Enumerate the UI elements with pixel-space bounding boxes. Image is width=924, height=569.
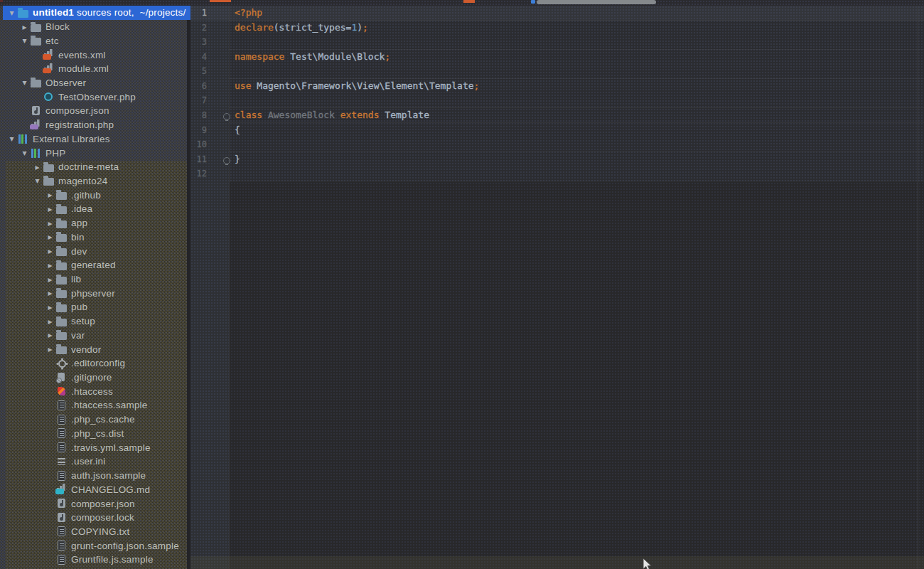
tree-item-auth-json-sample[interactable]: auth.json.sample: [0, 469, 187, 483]
tree-item-generated[interactable]: ▸generated: [0, 258, 187, 272]
code-line-2[interactable]: 2declare(strict_types=1);: [190, 21, 924, 36]
tree-item-doctrine-meta[interactable]: ▸doctrine-meta: [0, 160, 187, 174]
tree-item-observer[interactable]: ▾Observer: [0, 76, 187, 90]
line-number[interactable]: 12: [190, 166, 229, 181]
code-line-text[interactable]: [229, 93, 924, 108]
code-line-7[interactable]: 7: [190, 93, 924, 108]
code-line-text[interactable]: }: [229, 152, 924, 167]
code-line-4[interactable]: 4namespace Test\Module\Block;: [190, 50, 924, 65]
tree-item-module-xml[interactable]: module.xml: [0, 62, 187, 76]
tree-item-app[interactable]: ▸app: [0, 216, 187, 230]
tree-item-etc[interactable]: ▾etc: [0, 33, 187, 48]
tree-item-registration-php[interactable]: registration.php: [0, 118, 187, 132]
tree-item-copying-txt[interactable]: COPYING.txt: [0, 525, 187, 539]
chevron-collapsed-icon[interactable]: ▸: [44, 204, 56, 214]
chevron-collapsed-icon[interactable]: ▸: [44, 260, 56, 270]
line-number[interactable]: 2: [190, 21, 229, 36]
tree-item-pub[interactable]: ▸pub: [0, 300, 187, 314]
tree-item-grunt-config-json-sample[interactable]: grunt-config.json.sample: [0, 538, 187, 553]
brace-gutter-marker-icon[interactable]: [223, 157, 230, 164]
line-number[interactable]: 3: [190, 35, 229, 50]
tree-item-idea[interactable]: ▸.idea: [0, 202, 187, 216]
code-area[interactable]: 1<?php2declare(strict_types=1);34namespa…: [190, 6, 924, 181]
tree-item-php-cs-dist[interactable]: .php_cs.dist: [0, 427, 187, 441]
code-line-text[interactable]: {: [229, 123, 924, 138]
tree-item-composer-json[interactable]: composer.json: [0, 104, 187, 118]
line-number[interactable]: 5: [190, 64, 229, 79]
tree-item-changelog-md[interactable]: CHANGELOG.md: [0, 482, 187, 496]
toolbar-accent-1: [210, 0, 231, 2]
code-line-text[interactable]: declare(strict_types=1);: [229, 21, 924, 36]
chevron-collapsed-icon[interactable]: ▸: [44, 317, 56, 326]
code-line-text[interactable]: class AwesomeBlock extends Template: [229, 108, 924, 123]
tree-item-user-ini[interactable]: .user.ini: [0, 454, 187, 469]
tree-item-events-xml[interactable]: events.xml: [0, 48, 187, 62]
tree-item-composer-lock[interactable]: composer.lock: [0, 511, 187, 525]
chevron-collapsed-icon[interactable]: ▸: [44, 330, 56, 340]
chevron-expanded-icon[interactable]: ▾: [31, 176, 43, 186]
chevron-collapsed-icon[interactable]: ▸: [44, 190, 56, 200]
tree-item-untitled1[interactable]: ▾untitled1 sources root, ~/projects/: [0, 6, 187, 20]
tree-item-var[interactable]: ▸var: [0, 329, 187, 343]
tree-item-setup[interactable]: ▸setup: [0, 314, 187, 329]
code-line-11[interactable]: 11}: [190, 152, 924, 167]
tree-item-bin[interactable]: ▸bin: [0, 230, 187, 245]
tree-item-testobserver-php[interactable]: TestObserver.php: [0, 90, 187, 104]
chevron-expanded-icon[interactable]: ▾: [18, 148, 31, 158]
line-number[interactable]: 9: [190, 123, 229, 138]
line-number[interactable]: 4: [190, 50, 229, 65]
chevron-collapsed-icon[interactable]: ▸: [44, 288, 56, 298]
code-line-3[interactable]: 3: [190, 35, 924, 50]
code-line-1[interactable]: 1<?php: [190, 6, 924, 21]
editor-scrollbar-track[interactable]: [918, 6, 918, 569]
tree-item-htaccess-sample[interactable]: .htaccess.sample: [0, 398, 187, 413]
chevron-expanded-icon[interactable]: ▾: [18, 78, 31, 87]
code-line-text[interactable]: use Magento\Framework\View\Element\Templ…: [229, 79, 924, 94]
code-line-5[interactable]: 5: [190, 64, 924, 79]
chevron-collapsed-icon[interactable]: ▸: [44, 218, 56, 228]
editor-panel[interactable]: 1<?php2declare(strict_types=1);34namespa…: [190, 6, 924, 569]
tree-item-dev[interactable]: ▸dev: [0, 244, 187, 258]
tree-item-github[interactable]: ▸.github: [0, 188, 187, 202]
tree-item-block[interactable]: ▸Block: [0, 20, 187, 34]
code-line-text[interactable]: [229, 137, 924, 152]
line-number[interactable]: 1: [190, 6, 229, 21]
code-line-8[interactable]: 8class AwesomeBlock extends Template: [190, 108, 924, 123]
tree-item-magento24[interactable]: ▾magento24: [0, 174, 187, 188]
chevron-collapsed-icon[interactable]: ▸: [18, 22, 31, 32]
chevron-collapsed-icon[interactable]: ▸: [44, 344, 56, 354]
tree-item-phpserver[interactable]: ▸phpserver: [0, 286, 187, 300]
tree-item-travis-yml-sample[interactable]: .travis.yml.sample: [0, 440, 187, 454]
tree-item-composer-json[interactable]: composer.json: [0, 496, 187, 511]
tree-item-editorconfig[interactable]: .editorconfig: [0, 356, 187, 371]
chevron-collapsed-icon[interactable]: ▸: [44, 232, 56, 242]
tree-item-php[interactable]: ▾PHP: [0, 146, 187, 160]
tree-item-vendor[interactable]: ▸vendor: [0, 342, 187, 356]
line-number[interactable]: 10: [190, 137, 229, 152]
tree-item-lib[interactable]: ▸lib: [0, 272, 187, 287]
code-line-10[interactable]: 10: [190, 137, 924, 152]
code-line-6[interactable]: 6use Magento\Framework\View\Element\Temp…: [190, 79, 924, 94]
class-gutter-marker-icon[interactable]: [223, 113, 230, 120]
tree-item-htaccess[interactable]: .htaccess: [0, 384, 187, 398]
line-number[interactable]: 7: [190, 93, 229, 108]
chevron-expanded-icon[interactable]: ▾: [6, 8, 18, 18]
chevron-collapsed-icon[interactable]: ▸: [44, 302, 56, 312]
chevron-collapsed-icon[interactable]: ▸: [44, 275, 56, 284]
code-line-text[interactable]: [229, 64, 924, 79]
tree-item-external-libraries[interactable]: ▾External Libraries: [0, 132, 187, 146]
chevron-expanded-icon[interactable]: ▾: [6, 134, 18, 144]
code-line-text[interactable]: [229, 166, 924, 181]
code-line-text[interactable]: namespace Test\Module\Block;: [229, 50, 924, 65]
tree-item-php-cs-cache[interactable]: .php_cs.cache: [0, 413, 187, 427]
chevron-expanded-icon[interactable]: ▾: [18, 36, 31, 46]
tree-item-gitignore[interactable]: .gitignore: [0, 371, 187, 385]
code-line-9[interactable]: 9{: [190, 123, 924, 138]
chevron-collapsed-icon[interactable]: ▸: [44, 246, 56, 256]
code-line-12[interactable]: 12: [190, 166, 924, 181]
tree-item-gruntfile-js-sample[interactable]: Gruntfile.js.sample: [0, 553, 187, 567]
code-line-text[interactable]: <?php: [229, 6, 924, 21]
line-number[interactable]: 6: [190, 79, 229, 94]
chevron-collapsed-icon[interactable]: ▸: [31, 162, 43, 172]
code-line-text[interactable]: [229, 35, 924, 50]
